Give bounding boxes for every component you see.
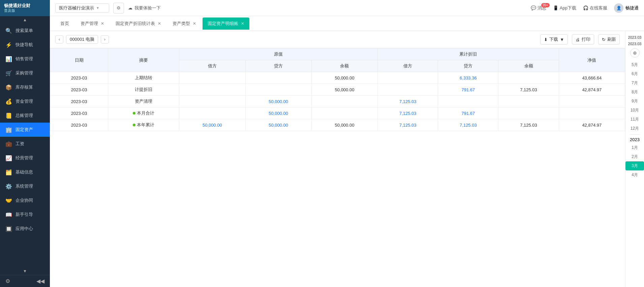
col-group-depreciation: 累计折旧 xyxy=(378,49,559,60)
tab-label-depreciation: 固定资产折旧统计表 xyxy=(116,21,155,27)
cell-debit1: 50,000.00 xyxy=(179,119,245,131)
sidebar-item-search[interactable]: 🔍 搜索菜单 xyxy=(0,24,50,38)
cell-debit2: 7,125.03 xyxy=(378,107,438,119)
prev-asset-btn[interactable]: ‹ xyxy=(55,35,63,43)
timeline-month-11月[interactable]: 11月 xyxy=(625,115,644,124)
settings-icon[interactable]: ⚙ xyxy=(5,278,10,284)
quick-icon: ⚡ xyxy=(5,41,12,48)
sidebar-item-collab[interactable]: 🤝 企业协同 xyxy=(0,193,50,208)
timeline-year-2023[interactable]: 2023 xyxy=(625,136,644,143)
app-download-btn[interactable]: 📱 App下载 xyxy=(553,5,576,11)
col-date: 日期 xyxy=(50,49,108,72)
cell-debit2: 7,125.03 xyxy=(378,96,438,107)
cell-desc: 资产清理 xyxy=(108,96,179,107)
cell-balance1 xyxy=(311,96,377,107)
badge-cell: 本月合计 xyxy=(133,110,154,116)
badge-cell: 本年累计 xyxy=(133,122,154,128)
timeline-month-9月[interactable]: 9月 xyxy=(625,97,644,106)
cell-date: 2023-03 xyxy=(50,72,108,84)
sidebar-label-apps: 应用中心 xyxy=(16,226,33,232)
timeline-month-5月[interactable]: 5月 xyxy=(625,60,644,69)
sidebar-item-quick[interactable]: ⚡ 快捷导航 xyxy=(0,38,50,52)
sidebar-item-fixed[interactable]: 🏢 固定资产 xyxy=(0,123,50,137)
sidebar-item-sales[interactable]: 📊 销售管理 xyxy=(0,52,50,66)
cell-credit1: 50,000.00 xyxy=(245,119,311,131)
cell-credit1 xyxy=(245,84,311,96)
sidebar-item-inventory[interactable]: 📦 库存核算 xyxy=(0,80,50,94)
sidebar-scroll-up[interactable]: ▲ xyxy=(0,16,50,24)
cell-date: 2023-03 xyxy=(50,84,108,96)
sales-icon: 📊 xyxy=(5,56,12,62)
sidebar-item-ledger[interactable]: 📒 总账管理 xyxy=(0,108,50,123)
refresh-btn[interactable]: ↻ 刷新 xyxy=(598,34,620,44)
online-service-btn[interactable]: 🎧 在线客服 xyxy=(583,5,607,11)
download-icon: ⬇ xyxy=(544,37,548,42)
user-menu[interactable]: 👤 畅捷通 xyxy=(614,3,639,13)
avatar: 👤 xyxy=(614,3,623,13)
col-desc: 摘要 xyxy=(108,49,179,72)
sidebar-item-salary[interactable]: 💼 工资 xyxy=(0,137,50,151)
cell-net: 42,874.97 xyxy=(559,119,625,131)
sidebar-item-basic[interactable]: 🗂️ 基础信息 xyxy=(0,165,50,179)
message-icon: 💬 xyxy=(531,5,536,10)
timeline-month-6月[interactable]: 6月 xyxy=(625,69,644,78)
sidebar-item-ops[interactable]: 📈 经营管理 xyxy=(0,151,50,165)
timeline-month-8月[interactable]: 8月 xyxy=(625,88,644,97)
print-btn[interactable]: 🖨 打印 xyxy=(572,34,594,44)
ledger-icon: 📒 xyxy=(5,112,12,119)
sidebar-scroll-down[interactable]: ▼ xyxy=(0,267,50,275)
sidebar-item-apps[interactable]: 🔲 应用中心 xyxy=(0,222,50,236)
cell-credit1 xyxy=(245,72,311,84)
cell-balance1: 50,000.00 xyxy=(311,119,377,131)
sidebar-label-basic: 基础信息 xyxy=(16,169,33,175)
tab-close-depreciation[interactable]: ✕ xyxy=(158,21,161,26)
cell-desc: 本年累计 xyxy=(108,119,179,131)
sidebar-item-purchase[interactable]: 🛒 采购管理 xyxy=(0,66,50,80)
tab-close-asset_detail[interactable]: ✕ xyxy=(241,21,244,26)
sidebar-label-guide: 新手引导 xyxy=(16,212,33,218)
download-btn[interactable]: ⬇ 下载 ▼ xyxy=(540,34,568,44)
tab-home[interactable]: 首页 xyxy=(55,18,74,30)
tab-depreciation[interactable]: 固定资产折旧统计表✕ xyxy=(111,18,166,30)
green-dot-icon xyxy=(133,124,135,126)
topbar-right: 💬 消息 99+ 📱 App下载 🎧 在线客服 👤 畅捷通 xyxy=(531,3,639,13)
col-group-original: 原值 xyxy=(179,49,378,60)
timeline-expand-btn[interactable]: ⊕ xyxy=(630,48,640,58)
asset-code-tag: 000001 电脑 xyxy=(66,35,98,44)
sidebar-item-guide[interactable]: 📖 新手引导 xyxy=(0,208,50,222)
company-selector[interactable]: 医疗器械行业演示 ▼ xyxy=(55,3,109,13)
sidebar-label-finance: 资金管理 xyxy=(16,98,33,104)
tab-asset_mgmt[interactable]: 资产管理✕ xyxy=(75,18,109,30)
cell-debit1 xyxy=(179,84,245,96)
company-name: 医疗器械行业演示 xyxy=(59,5,94,11)
app-logo: 畅捷通好业财 普及版 xyxy=(0,0,50,16)
table-container: 日期 摘要 原值 累计折旧 净值 借方 贷方 余额 借方 贷方 余额 xyxy=(50,48,625,287)
timeline-month-10月[interactable]: 10月 xyxy=(625,106,644,115)
sidebar-item-finance[interactable]: 💰 资金管理 xyxy=(0,94,50,108)
cell-balance2 xyxy=(498,72,559,84)
cell-debit1 xyxy=(179,107,245,119)
apps-icon: 🔲 xyxy=(5,225,12,232)
tab-close-asset_type[interactable]: ✕ xyxy=(193,21,196,26)
timeline-month-2月[interactable]: 2月 xyxy=(625,152,644,161)
sidebar-label-sales: 销售管理 xyxy=(16,56,33,62)
timeline-month-1月[interactable]: 1月 xyxy=(625,143,644,152)
timeline-month-3月[interactable]: 3月 xyxy=(625,161,644,170)
col-credit2: 贷方 xyxy=(438,60,498,72)
table-row: 2023-03 资产清理 50,000.00 7,125.03 xyxy=(50,96,625,107)
tab-close-asset_mgmt[interactable]: ✕ xyxy=(101,21,104,26)
experience-btn[interactable]: ☁ 我要体验一下 xyxy=(128,5,161,11)
collapse-icon[interactable]: ◀◀ xyxy=(36,278,44,284)
sidebar-item-system[interactable]: ⚙️ 系统管理 xyxy=(0,179,50,193)
timeline-month-7月[interactable]: 7月 xyxy=(625,78,644,88)
timeline-month-12月[interactable]: 12月 xyxy=(625,124,644,133)
tab-asset_type[interactable]: 资产类型✕ xyxy=(167,18,201,30)
next-asset-btn[interactable]: › xyxy=(101,35,109,43)
message-btn[interactable]: 💬 消息 99+ xyxy=(531,5,546,11)
sidebar-label-quick: 快捷导航 xyxy=(16,42,33,48)
gear-button[interactable]: ⚙ xyxy=(113,3,124,13)
app-subtitle: 普及版 xyxy=(4,8,30,13)
timeline-month-4月[interactable]: 4月 xyxy=(625,170,644,180)
tab-asset_detail[interactable]: 固定资产明细账✕ xyxy=(203,18,249,30)
cell-credit2: 7,125.03 xyxy=(438,119,498,131)
